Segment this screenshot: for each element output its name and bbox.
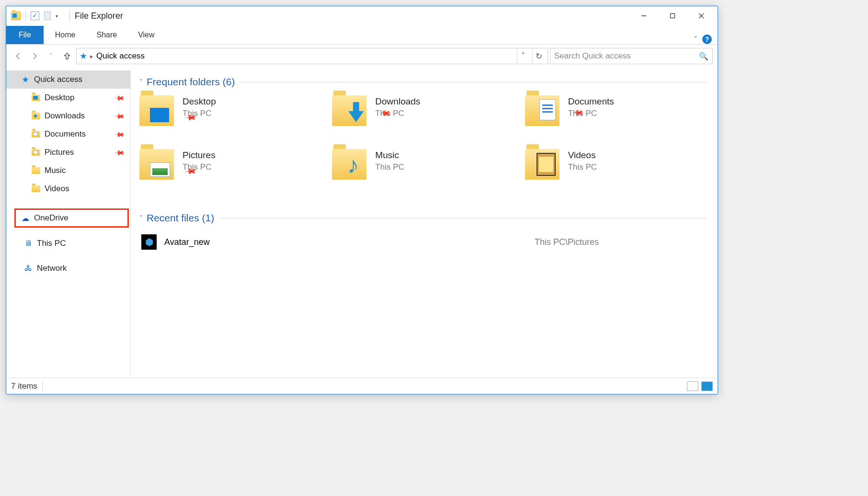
status-item-count: 7 items xyxy=(11,381,37,391)
group-label: Recent files (1) xyxy=(147,212,214,224)
status-bar: 7 items xyxy=(6,378,718,394)
group-header-frequent[interactable]: ˅ Frequent folders (6) xyxy=(139,76,706,88)
titlebar: ✓ ▾ File Explorer xyxy=(6,6,718,25)
nav-back-button[interactable] xyxy=(11,49,25,63)
sidebar-item-desktop[interactable]: Desktop 📌 xyxy=(6,89,130,107)
sidebar-label: Quick access xyxy=(34,75,82,84)
sidebar-label: OneDrive xyxy=(34,213,69,223)
nav-up-button[interactable] xyxy=(60,49,74,63)
help-icon[interactable]: ? xyxy=(702,35,712,44)
sidebar-quick-access[interactable]: ★ Quick access xyxy=(6,70,130,89)
folder-name: Videos xyxy=(568,150,597,161)
frequent-folders-grid: Desktop This PC 📌 Downloads This PC 📌 xyxy=(139,95,706,199)
quick-access-toolbar: ✓ ▾ xyxy=(11,11,58,21)
ribbon-collapse-icon[interactable]: ˅ xyxy=(694,35,697,44)
folder-icon xyxy=(32,185,40,192)
file-thumbnail-icon: ⬢ xyxy=(141,234,157,250)
ribbon-tab-file[interactable]: File xyxy=(6,26,44,44)
sidebar-label: Network xyxy=(37,264,67,273)
folder-icon xyxy=(32,113,40,119)
folder-icon xyxy=(139,149,174,180)
folder-icon xyxy=(32,94,40,101)
quick-access-star-icon: ★ xyxy=(80,51,87,61)
file-explorer-icon xyxy=(11,12,21,20)
folder-icon xyxy=(525,149,560,180)
folder-icon xyxy=(332,95,366,126)
ribbon-tab-share[interactable]: Share xyxy=(86,26,127,44)
sidebar-label: This PC xyxy=(37,239,66,248)
search-box[interactable]: 🔍 xyxy=(550,48,713,64)
sidebar-item-pictures[interactable]: Pictures 📌 xyxy=(6,143,130,161)
ribbon: File Home Share View ˅ ? xyxy=(6,25,718,45)
this-pc-icon: 🖥 xyxy=(23,239,33,248)
breadcrumb-separator-icon: ▸ xyxy=(90,53,93,60)
new-folder-qat-button[interactable] xyxy=(44,12,51,20)
folder-icon xyxy=(32,131,40,138)
window-title: File Explorer xyxy=(75,11,123,21)
chevron-down-icon: ˅ xyxy=(139,214,143,222)
ribbon-tab-home[interactable]: Home xyxy=(45,26,86,44)
recent-file-path: This PC\Pictures xyxy=(535,237,704,247)
ribbon-tab-view[interactable]: View xyxy=(127,26,165,44)
group-label: Frequent folders (6) xyxy=(147,76,235,88)
sidebar-item-videos[interactable]: Videos xyxy=(6,180,130,198)
pin-icon: 📌 xyxy=(114,128,125,139)
properties-qat-button[interactable]: ✓ xyxy=(31,12,39,20)
folder-desktop[interactable]: Desktop This PC 📌 xyxy=(139,95,320,145)
folder-name: Pictures xyxy=(183,150,216,161)
breadcrumb-location[interactable]: Quick access xyxy=(96,51,145,61)
sidebar-this-pc[interactable]: 🖥 This PC xyxy=(6,234,130,253)
sidebar-onedrive[interactable]: ☁ OneDrive xyxy=(15,209,128,227)
folder-documents[interactable]: Documents This PC 📌 xyxy=(525,95,706,145)
maximize-button[interactable] xyxy=(658,6,687,25)
sidebar-item-downloads[interactable]: Downloads 📌 xyxy=(6,107,130,125)
address-bar[interactable]: ★ ▸ Quick access ˅ ↻ xyxy=(76,48,548,64)
folder-downloads[interactable]: Downloads This PC 📌 xyxy=(332,95,513,145)
minimize-button[interactable] xyxy=(629,6,658,25)
folder-icon xyxy=(32,149,40,156)
chevron-down-icon: ˅ xyxy=(139,78,143,86)
close-button[interactable] xyxy=(687,6,716,25)
pin-icon: 📌 xyxy=(114,110,125,121)
folder-icon xyxy=(32,167,40,174)
folder-name: Music xyxy=(375,150,404,161)
address-history-dropdown[interactable]: ˅ xyxy=(517,48,529,64)
separator xyxy=(25,11,26,21)
folder-videos[interactable]: Videos This PC xyxy=(525,149,706,199)
pin-icon: 📌 xyxy=(114,147,125,158)
star-icon: ★ xyxy=(21,75,30,84)
view-large-icons-button[interactable] xyxy=(701,381,713,391)
sidebar-item-documents[interactable]: Documents 📌 xyxy=(6,125,130,143)
search-icon[interactable]: 🔍 xyxy=(699,52,708,61)
qat-dropdown-icon[interactable]: ▾ xyxy=(56,13,58,19)
content-pane: ˅ Frequent folders (6) Desktop This PC 📌 xyxy=(131,68,718,378)
separator xyxy=(69,10,70,22)
nav-history-dropdown[interactable]: ˅ xyxy=(44,49,58,63)
folder-icon: ♪ xyxy=(332,149,366,180)
folder-pictures[interactable]: Pictures This PC 📌 xyxy=(139,149,320,199)
folder-icon xyxy=(525,95,560,126)
sidebar-item-label: Music xyxy=(45,166,66,175)
pin-icon: 📌 xyxy=(114,92,125,103)
navigation-pane: ★ Quick access Desktop 📌 Downloads 📌 Doc… xyxy=(6,68,131,378)
window-controls xyxy=(629,6,716,25)
sidebar-item-music[interactable]: Music xyxy=(6,161,130,180)
view-details-button[interactable] xyxy=(687,381,698,391)
network-icon: 🖧 xyxy=(23,264,33,273)
onedrive-icon: ☁ xyxy=(21,214,30,222)
sidebar-item-label: Videos xyxy=(45,184,69,194)
sidebar-item-label: Documents xyxy=(45,129,86,139)
sidebar-item-label: Pictures xyxy=(45,148,74,157)
recent-file-row[interactable]: ⬢ Avatar_new This PC\Pictures xyxy=(139,231,706,253)
folder-music[interactable]: ♪ Music This PC xyxy=(332,149,513,199)
refresh-button[interactable]: ↻ xyxy=(532,48,545,64)
group-header-recent[interactable]: ˅ Recent files (1) xyxy=(139,212,706,224)
svg-rect-1 xyxy=(671,14,675,18)
sidebar-network[interactable]: 🖧 Network xyxy=(6,259,130,277)
file-explorer-window: ✓ ▾ File Explorer File Home Share View ˅… xyxy=(6,6,718,394)
search-input[interactable] xyxy=(554,51,699,61)
nav-forward-button[interactable] xyxy=(27,49,42,63)
folder-location: This PC xyxy=(568,162,597,172)
sidebar-item-label: Desktop xyxy=(45,93,74,103)
folder-name: Downloads xyxy=(375,96,420,107)
